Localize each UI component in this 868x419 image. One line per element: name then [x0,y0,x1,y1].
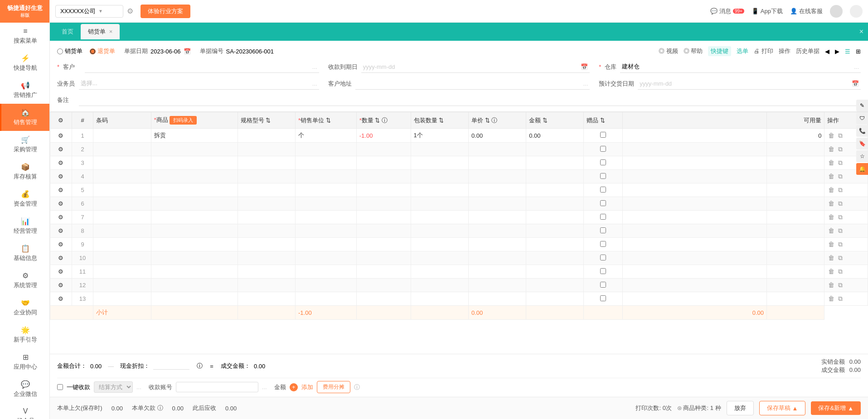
row-amount[interactable] [526,251,584,265]
help-btn[interactable]: ◎ 帮助 [684,47,703,55]
row-pkgqty[interactable] [411,265,468,279]
copy-row-btn[interactable]: ⧉ [837,173,844,180]
row-pkgqty[interactable] [411,156,468,170]
copy-row-btn[interactable]: ⧉ [837,281,844,289]
row-settings[interactable]: ⚙ [50,156,72,170]
row-unit[interactable]: 个 [296,129,357,143]
nav-prev-icon[interactable]: ◀ [825,48,829,55]
delete-row-btn[interactable]: 🗑 [827,295,835,302]
delivery-date-input[interactable]: yyyy-mm-dd 📅 [638,78,861,90]
row-qty[interactable] [356,183,411,197]
row-price[interactable] [468,143,526,156]
row-price[interactable] [468,279,526,292]
row-settings[interactable]: ⚙ [50,251,72,265]
sidebar-item-guide[interactable]: 🌟 新手引导 [0,321,49,348]
row-settings[interactable]: ⚙ [50,292,72,306]
row-product[interactable] [151,265,238,279]
row-product[interactable] [151,143,238,156]
sidebar-item-operation[interactable]: 📊 经营管理 [0,212,49,240]
delete-row-btn[interactable]: 🗑 [827,173,835,180]
row-price[interactable] [468,183,526,197]
float-edit-icon[interactable]: ✎ [856,100,868,111]
row-spec[interactable] [238,292,295,306]
row-qty[interactable] [356,292,411,306]
float-phone-icon[interactable]: 📞 [856,125,868,137]
row-qty[interactable] [356,143,411,156]
row-product[interactable] [151,197,238,211]
video-btn[interactable]: ◎ 视频 [659,47,678,55]
grid-layout-icon[interactable]: ⊞ [856,48,861,55]
row-amount[interactable] [526,143,584,156]
copy-row-btn[interactable]: ⧉ [837,213,844,221]
delete-row-btn[interactable]: 🗑 [827,200,835,207]
fee-split-btn[interactable]: 费用分摊 [317,381,350,393]
row-pkgqty[interactable]: 1个 [411,129,468,143]
add-item-btn[interactable]: + [290,383,298,391]
settings-gear-icon[interactable]: ⚙ [127,7,133,15]
row-qty[interactable] [356,170,411,183]
row-settings[interactable]: ⚙ [50,143,72,156]
row-qty[interactable] [356,265,411,279]
copy-row-btn[interactable]: ⧉ [837,227,844,234]
row-barcode[interactable] [93,197,151,211]
row-price[interactable] [468,251,526,265]
row-spec[interactable] [238,143,295,156]
delete-row-btn[interactable]: 🗑 [827,241,835,248]
user-avatar-2[interactable] [850,5,863,18]
sidebar-item-sales[interactable]: 🏠 销售管理 [0,104,49,131]
row-product[interactable] [151,279,238,292]
customer-input[interactable]: ... [85,61,319,73]
row-gift[interactable] [584,129,622,143]
row-unit[interactable] [296,292,357,306]
row-qty[interactable] [356,238,411,251]
notes-input[interactable] [79,94,861,106]
sidebar-item-search-order[interactable]: ≡ 搜索菜单 [0,23,49,49]
delete-row-btn[interactable]: 🗑 [827,159,835,166]
row-unit[interactable] [296,224,357,238]
copy-row-btn[interactable]: ⧉ [837,295,844,302]
discount-input[interactable] [153,362,189,370]
row-unit[interactable] [296,238,357,251]
delete-row-btn[interactable]: 🗑 [827,268,835,275]
row-gift[interactable] [584,170,622,183]
copy-row-btn[interactable]: ⧉ [837,186,844,193]
row-gift[interactable] [584,183,622,197]
sidebar-item-inventory[interactable]: 📦 库存核算 [0,158,49,185]
row-pkgqty[interactable] [411,211,468,224]
return-order-radio[interactable]: 退货单 [90,47,115,55]
row-price[interactable] [468,292,526,306]
copy-row-btn[interactable]: ⧉ [837,268,844,275]
calendar-3-icon[interactable]: 📅 [852,80,859,87]
row-product[interactable] [151,224,238,238]
row-product[interactable] [151,183,238,197]
row-pkgqty[interactable] [411,224,468,238]
row-amount[interactable] [526,170,584,183]
sidebar-item-quick-nav[interactable]: ⚡ 快捷导航 [0,49,49,77]
row-price[interactable] [468,156,526,170]
row-amount[interactable] [526,292,584,306]
delete-row-btn[interactable]: 🗑 [827,145,835,153]
copy-row-btn[interactable]: ⧉ [837,145,844,153]
row-gift[interactable] [584,292,622,306]
row-settings[interactable]: ⚙ [50,224,72,238]
delete-row-btn[interactable]: 🗑 [827,186,835,193]
payment-method-select[interactable]: 结算方式 [94,381,133,393]
row-unit[interactable] [296,143,357,156]
row-unit[interactable] [296,211,357,224]
row-pkgqty[interactable] [411,292,468,306]
row-barcode[interactable] [93,238,151,251]
delete-row-btn[interactable]: 🗑 [827,254,835,261]
row-spec[interactable] [238,183,295,197]
row-gift[interactable] [584,156,622,170]
sidebar-item-finance[interactable]: 💰 资金管理 [0,185,49,212]
row-amount[interactable] [526,156,584,170]
copy-row-btn[interactable]: ⧉ [837,241,844,248]
sidebar-item-purchase[interactable]: 🛒 采购管理 [0,131,49,158]
payment-due-input[interactable]: yyyy-mm-dd 📅 [361,61,590,73]
payment-checkbox[interactable] [57,384,63,390]
tab-sales-order[interactable]: 销货单 × [81,24,120,39]
float-bookmark-icon[interactable]: 🔖 [856,138,868,149]
row-amount[interactable] [526,238,584,251]
row-product[interactable] [151,156,238,170]
row-unit[interactable] [296,251,357,265]
